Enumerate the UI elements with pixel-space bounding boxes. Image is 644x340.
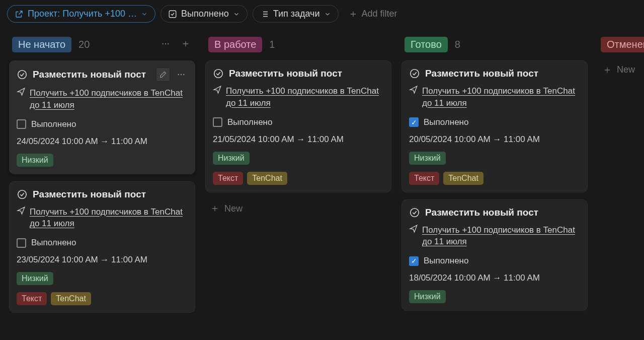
card-done-row[interactable]: ✓ Выполнено	[409, 117, 580, 127]
new-card-button[interactable]: New	[598, 60, 643, 79]
send-icon	[17, 87, 26, 96]
filter-project-label: Проект: Получить +100 …	[28, 9, 137, 19]
card-date: 21/05/2024 10:00 AM → 11:00 AM	[213, 134, 384, 145]
filter-done-label: Выполнено	[181, 9, 229, 19]
card-title-row: Разместить новый пост	[409, 207, 580, 218]
column-header: Не начато20	[9, 33, 195, 60]
add-filter[interactable]: Add filter	[344, 6, 403, 22]
card-title-row: Разместить новый пост	[17, 68, 188, 81]
priority-tag[interactable]: Низкий	[213, 152, 250, 165]
card-project[interactable]: Получить +100 подписчиков в TenChat до 1…	[17, 87, 188, 111]
card-date: 18/05/2024 10:00 AM → 11:00 AM	[409, 273, 580, 283]
card-title-row: Разместить новый пост	[17, 189, 188, 200]
column-not_started: Не начато20 Разместить новый пост Получи…	[9, 33, 195, 320]
project-link[interactable]: Получить +100 подписчиков в TenChat до 1…	[422, 85, 580, 109]
project-link[interactable]: Получить +100 подписчиков в TenChat до 1…	[226, 85, 384, 109]
project-link[interactable]: Получить +100 подписчиков в TenChat до 1…	[30, 206, 188, 230]
card-done-row[interactable]: Выполнено	[17, 119, 188, 129]
done-checkbox[interactable]	[17, 238, 26, 248]
svg-point-10	[411, 70, 419, 78]
task-card[interactable]: Разместить новый пост Получить +100 подп…	[9, 181, 195, 313]
card-tag[interactable]: TenChat	[51, 292, 91, 305]
column-status-tag[interactable]: Не начато	[12, 37, 71, 52]
card-priority-row: Низкий	[409, 152, 580, 165]
svg-point-4	[18, 71, 27, 79]
card-project[interactable]: Получить +100 подписчиков в TenChat до 1…	[409, 85, 580, 109]
done-label: Выполнено	[424, 256, 468, 266]
column-count: 1	[269, 39, 275, 50]
column-add-button[interactable]	[179, 38, 192, 51]
card-tags-row: ТекстTenChat	[213, 172, 384, 185]
column-status-tag[interactable]: Готово	[405, 37, 448, 52]
check-circle-icon	[409, 207, 420, 218]
column-count: 20	[78, 39, 90, 50]
card-tag[interactable]: Текст	[409, 172, 439, 185]
done-checkbox[interactable]: ✓	[409, 256, 419, 266]
column-in_progress: В работе1 Разместить новый пост Получить…	[205, 33, 391, 320]
checkbox-icon	[168, 10, 177, 19]
project-link[interactable]: Получить +100 подписчиков в TenChat до 1…	[30, 87, 188, 111]
svg-point-8	[18, 190, 27, 198]
svg-point-5	[178, 74, 179, 75]
card-date: 20/05/2024 10:00 AM → 11:00 AM	[409, 134, 580, 145]
add-filter-label: Add filter	[362, 9, 397, 19]
column-header: Отменен	[598, 33, 643, 60]
card-priority-row: Низкий	[213, 152, 384, 165]
svg-point-3	[168, 43, 169, 44]
task-card[interactable]: Разместить новый пост Получить +100 подп…	[9, 60, 195, 174]
card-done-row[interactable]: Выполнено	[213, 117, 384, 127]
filter-bar: Проект: Получить +100 … Выполнено Тип за…	[0, 0, 644, 28]
card-title: Разместить новый пост	[425, 207, 538, 218]
card-title: Разместить новый пост	[229, 68, 342, 79]
priority-tag[interactable]: Низкий	[17, 272, 53, 285]
column-count: 8	[455, 39, 460, 50]
column-status-tag[interactable]: В работе	[208, 37, 262, 52]
svg-point-2	[165, 43, 166, 44]
done-checkbox[interactable]	[213, 117, 222, 127]
external-link-icon	[15, 10, 24, 19]
done-checkbox[interactable]: ✓	[409, 117, 419, 127]
task-card[interactable]: Разместить новый пост Получить +100 подп…	[401, 60, 588, 192]
filter-type[interactable]: Тип задачи	[253, 5, 339, 23]
chevron-down-icon	[324, 11, 331, 18]
card-tag[interactable]: Текст	[17, 292, 47, 305]
card-done-row[interactable]: Выполнено	[17, 238, 188, 248]
priority-tag[interactable]: Низкий	[409, 152, 446, 165]
priority-tag[interactable]: Низкий	[409, 290, 446, 303]
card-project[interactable]: Получить +100 подписчиков в TenChat до 1…	[213, 85, 384, 109]
card-project[interactable]: Получить +100 подписчиков в TenChat до 1…	[409, 224, 580, 248]
card-tag[interactable]: Текст	[213, 172, 243, 185]
card-tag[interactable]: TenChat	[247, 172, 287, 185]
card-more-button[interactable]	[175, 68, 188, 81]
priority-tag[interactable]: Низкий	[17, 154, 53, 167]
done-checkbox[interactable]	[17, 119, 26, 129]
column-status-tag[interactable]: Отменен	[601, 37, 644, 52]
filter-project[interactable]: Проект: Получить +100 …	[7, 5, 155, 23]
task-card[interactable]: Разместить новый пост Получить +100 подп…	[401, 199, 588, 311]
new-card-button[interactable]: New	[205, 199, 391, 218]
card-tags-row: ТекстTenChat	[17, 292, 188, 305]
filter-done[interactable]: Выполнено	[160, 5, 248, 23]
card-title-row: Разместить новый пост	[409, 68, 580, 79]
done-label: Выполнено	[424, 117, 468, 127]
edit-card-button[interactable]	[156, 68, 170, 81]
done-label: Выполнено	[31, 119, 76, 129]
card-title: Разместить новый пост	[425, 68, 538, 79]
task-card[interactable]: Разместить новый пост Получить +100 подп…	[205, 60, 391, 192]
column-more-button[interactable]	[159, 38, 172, 51]
card-date: 23/05/2024 10:00 AM → 11:00 AM	[17, 255, 188, 265]
new-card-label: New	[617, 64, 635, 75]
card-priority-row: Низкий	[17, 272, 188, 285]
svg-point-1	[163, 43, 164, 44]
card-priority-row: Низкий	[17, 154, 188, 167]
column-done: Готово8 Разместить новый пост Получить +…	[401, 33, 588, 320]
card-project[interactable]: Получить +100 подписчиков в TenChat до 1…	[17, 206, 188, 230]
project-link[interactable]: Получить +100 подписчиков в TenChat до 1…	[422, 224, 580, 248]
check-circle-icon	[213, 68, 224, 79]
card-tag[interactable]: TenChat	[443, 172, 484, 185]
card-title-row: Разместить новый пост	[213, 68, 384, 79]
list-icon	[260, 10, 269, 19]
card-done-row[interactable]: ✓ Выполнено	[409, 256, 580, 266]
svg-point-9	[214, 70, 223, 78]
chevron-down-icon	[141, 11, 148, 18]
